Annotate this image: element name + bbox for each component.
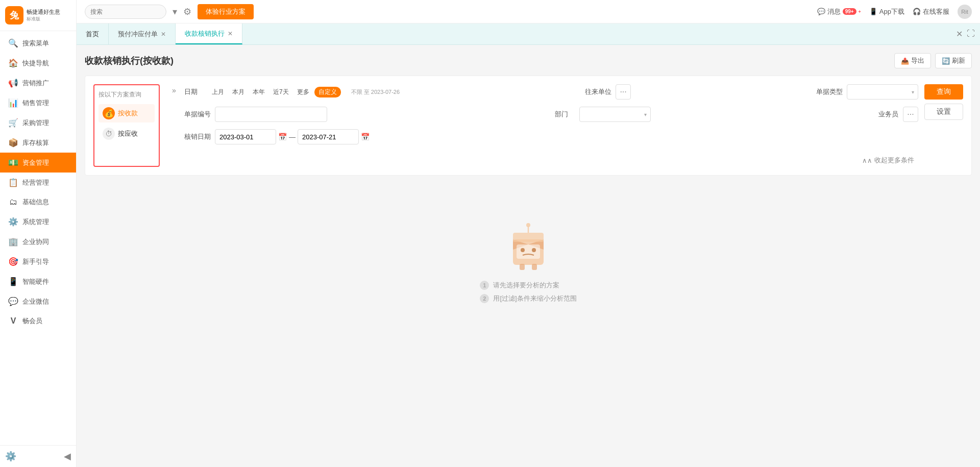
svg-rect-3	[513, 233, 544, 242]
filter-sidebar: 按以下方案查询 💰 按收款 ⏱ 按应收	[93, 84, 160, 167]
filter-field-staff: 业务员 ···	[878, 107, 918, 122]
tab-home[interactable]: 首页	[77, 23, 109, 44]
message-badge: 99+	[843, 8, 856, 15]
sidebar-bottom: ⚙️ ◀	[0, 445, 76, 467]
sidebar-item-enterprise[interactable]: 🏢 企业协同	[0, 232, 76, 252]
settings-bottom-icon[interactable]: ⚙️	[5, 451, 16, 462]
export-button[interactable]: 📤 导出	[894, 53, 931, 68]
docno-label: 单据编号	[184, 110, 211, 119]
tab-prepay[interactable]: 预付冲应付单 ✕	[109, 23, 176, 44]
filter-row-2: 单据编号 部门 ▾	[184, 107, 918, 122]
marketing-icon: 📢	[8, 78, 18, 88]
topbar-search	[85, 5, 166, 19]
sidebar-item-system[interactable]: ⚙️ 系统管理	[0, 212, 76, 232]
sidebar-item-member[interactable]: V 畅会员	[0, 311, 76, 331]
online-service-button[interactable]: 🎧 在线客服	[913, 7, 949, 16]
sidebar-item-operation[interactable]: 📋 经营管理	[0, 173, 76, 192]
filter-panel: 按以下方案查询 💰 按收款 ⏱ 按应收 » 日期	[85, 76, 972, 176]
member-icon: V	[8, 316, 18, 326]
doctype-select[interactable]	[847, 84, 918, 100]
topbar-left: ▾ ⚙ 体验行业方案	[85, 4, 254, 19]
date-this-month[interactable]: 本月	[229, 87, 248, 97]
sidebar: 兔 畅捷通好生意 标准版 🔍 搜索菜单 🏠 快捷导航 📢 营销推广 📊 销售管理…	[0, 0, 77, 467]
search-icon: 🔍	[8, 38, 18, 48]
search-input[interactable]	[85, 5, 166, 19]
refresh-button[interactable]: 🔄 刷新	[935, 53, 972, 68]
collapse-more-button[interactable]: ∧∧ 收起更多条件	[858, 154, 918, 167]
sidebar-item-basics[interactable]: 🗂 基础信息	[0, 192, 76, 212]
sidebar-label-guide: 新手引导	[22, 257, 49, 266]
sidebar-label-enterprise: 企业协同	[22, 237, 49, 247]
guide-icon: 🎯	[8, 257, 18, 266]
refresh-icon: 🔄	[942, 57, 950, 65]
staff-picker-button[interactable]: ···	[903, 107, 918, 122]
badge-plus: +	[859, 9, 861, 14]
filter-main: 日期 上月 本月 本年 近7天 更多 自定义 不限 至 2023-07-26	[184, 84, 918, 167]
sidebar-item-funds[interactable]: 💵 资金管理	[0, 153, 76, 173]
industry-solution-button[interactable]: 体验行业方案	[198, 4, 254, 19]
app-download-button[interactable]: 📱 App下载	[869, 7, 904, 16]
sidebar-label-system: 系统管理	[22, 217, 49, 227]
sidebar-item-quick[interactable]: 🏠 快捷导航	[0, 53, 76, 73]
filter-option-by-receivable[interactable]: ⏱ 按应收	[99, 125, 155, 143]
sidebar-item-purchase[interactable]: 🛒 采购管理	[0, 113, 76, 133]
docno-input[interactable]	[215, 107, 327, 122]
filter-by-receipt-label: 按收款	[118, 109, 138, 118]
page-header: 收款核销执行(按收款) 📤 导出 🔄 刷新	[85, 53, 972, 68]
calendar-start-icon[interactable]: 📅	[278, 133, 287, 141]
counterparty-picker-button[interactable]: ···	[616, 84, 631, 100]
dept-select[interactable]	[579, 107, 651, 122]
filter-settings-button[interactable]: 设置	[924, 104, 963, 120]
writeoff-date-start-input[interactable]	[215, 129, 276, 144]
gear-icon[interactable]: ⚙	[183, 6, 191, 17]
writeoff-date-end-input[interactable]	[298, 129, 359, 144]
filter-collapse-arrow[interactable]: »	[172, 84, 184, 167]
sidebar-item-hardware[interactable]: 📱 智能硬件	[0, 272, 76, 291]
sidebar-item-search[interactable]: 🔍 搜索菜单	[0, 33, 76, 53]
filter-option-by-receipt[interactable]: 💰 按收款	[99, 104, 155, 122]
filter-field-doctype: 单据类型 ▾	[816, 84, 918, 100]
tab-expand-icon[interactable]: ⛶	[967, 29, 975, 39]
tab-prepay-close-icon[interactable]: ✕	[161, 31, 166, 38]
svg-rect-4	[517, 244, 540, 259]
calendar-end-icon[interactable]: 📅	[361, 133, 370, 141]
message-button[interactable]: 💬 消息 99+ +	[817, 7, 861, 16]
filter-field-date: 日期 上月 本月 本年 近7天 更多 自定义	[184, 87, 341, 97]
empty-hint-1: 1 请先选择要分析的方案	[480, 281, 576, 290]
weixin-icon: 💬	[8, 297, 18, 306]
phone-icon: 📱	[869, 8, 877, 15]
tab-close-all-icon[interactable]: ✕	[956, 29, 963, 39]
sidebar-item-marketing[interactable]: 📢 营销推广	[0, 73, 76, 93]
tab-writeoff-close-icon[interactable]: ✕	[228, 30, 233, 37]
tab-writeoff[interactable]: 收款核销执行 ✕	[176, 23, 242, 44]
topbar-chevron-icon[interactable]: ▾	[173, 6, 177, 17]
online-service-label: 在线客服	[923, 7, 949, 16]
hardware-icon: 📱	[8, 277, 18, 286]
user-menu[interactable]: Rit	[958, 5, 972, 19]
filter-field-docno: 单据编号	[184, 107, 327, 122]
sidebar-item-sales[interactable]: 📊 销售管理	[0, 93, 76, 113]
date-last-month[interactable]: 上月	[209, 87, 227, 97]
tab-prepay-label: 预付冲应付单	[118, 30, 158, 39]
counterparty-label: 往来单位	[585, 87, 611, 96]
filter-sidebar-title: 按以下方案查询	[99, 90, 155, 99]
funds-icon: 💵	[8, 158, 18, 167]
app-name: 畅捷通好生意	[27, 8, 60, 15]
sidebar-item-inventory[interactable]: 📦 库存核算	[0, 133, 76, 153]
sidebar-item-guide[interactable]: 🎯 新手引导	[0, 252, 76, 272]
date-last-7days[interactable]: 近7天	[270, 87, 292, 97]
collapse-sidebar-icon[interactable]: ◀	[64, 451, 71, 462]
date-custom[interactable]: 自定义	[314, 87, 341, 97]
sidebar-label-operation: 经营管理	[22, 178, 49, 187]
action-buttons: 查询 设置	[924, 84, 963, 120]
app-download-label: App下载	[879, 7, 904, 16]
home-icon: 🏠	[8, 58, 18, 68]
date-this-year[interactable]: 本年	[250, 87, 268, 97]
date-more[interactable]: 更多	[294, 87, 312, 97]
sidebar-item-weixin[interactable]: 💬 企业微信	[0, 291, 76, 311]
empty-state: 1 请先选择要分析的方案 2 用[过滤]条件来缩小分析范围	[85, 176, 972, 344]
date-range-field: 📅 — 📅	[215, 129, 370, 144]
sidebar-label-search: 搜索菜单	[22, 39, 49, 48]
query-button[interactable]: 查询	[924, 84, 963, 100]
main-area: ▾ ⚙ 体验行业方案 💬 消息 99+ + 📱 App下载 🎧 在线客服 Rit	[77, 0, 980, 467]
